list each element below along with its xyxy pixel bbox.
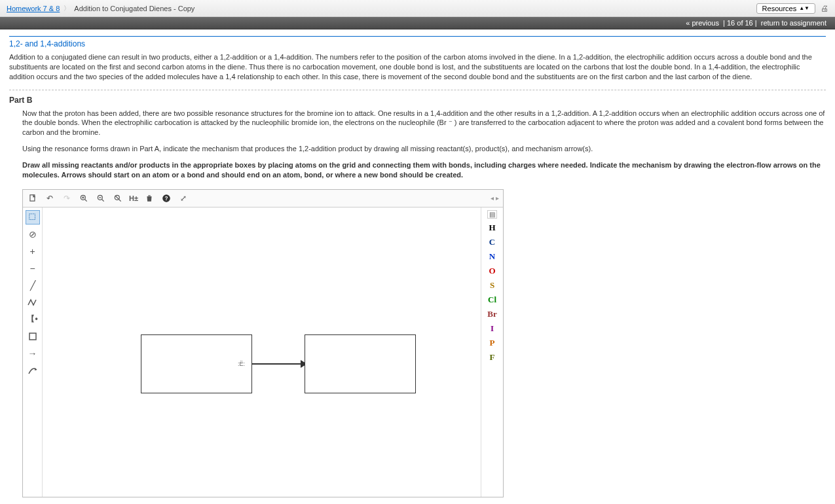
structure-editor: ↶ ↷ H± ? ⤢ ◂ ▸ — [22, 189, 504, 497]
select-tool[interactable] — [26, 210, 40, 225]
lone-pair-tool[interactable]: 【• — [26, 312, 40, 327]
svg-line-2 — [85, 199, 87, 201]
plus-charge-tool[interactable]: + — [26, 244, 40, 259]
dashed-divider — [9, 90, 826, 90]
h-toggle-button[interactable]: H± — [129, 192, 138, 204]
svg-line-9 — [119, 199, 121, 201]
element-c[interactable]: C — [485, 237, 500, 247]
zoom-out-icon[interactable] — [95, 192, 107, 204]
nav-arrows-icon[interactable]: ◂ ▸ — [491, 194, 499, 202]
dropdown-icon: ▲▼ — [799, 5, 809, 11]
part-b-p2: Using the resonance forms drawn in Part … — [22, 144, 826, 154]
editor-toolbar: ↶ ↷ H± ? ⤢ ◂ ▸ — [23, 190, 503, 207]
reagent-glyph: :Ë: — [238, 361, 245, 367]
zoom-fit-icon[interactable] — [112, 192, 124, 204]
svg-line-10 — [116, 196, 119, 199]
previous-link[interactable]: « previous — [686, 19, 719, 27]
reaction-arrow-tool[interactable]: → — [26, 346, 40, 361]
resources-label: Resources — [762, 5, 797, 12]
reaction-arrow-line — [252, 363, 305, 365]
element-br[interactable]: Br — [485, 309, 500, 319]
breadcrumb-title: Addition to Conjugated Dienes - Copy — [74, 5, 195, 12]
svg-rect-13 — [29, 213, 35, 219]
sub-nav-bar: « previous | 16 of 16 | return to assign… — [0, 17, 835, 29]
print-icon[interactable]: 🖨 — [821, 4, 828, 13]
intro-text: Addition to a conjugated diene can resul… — [9, 52, 826, 82]
page-count: 16 of 16 — [727, 19, 753, 27]
svg-line-6 — [102, 199, 104, 201]
zoom-in-icon[interactable] — [78, 192, 90, 204]
fullscreen-icon[interactable]: ⤢ — [177, 192, 189, 204]
help-icon[interactable]: ? — [160, 192, 172, 204]
new-doc-icon[interactable] — [27, 192, 39, 204]
part-b-title: Part B — [9, 96, 826, 105]
part-b-instructions: Draw all missing reactants and/or produc… — [22, 160, 826, 180]
element-n[interactable]: N — [485, 251, 500, 262]
svg-text:?: ? — [164, 196, 168, 202]
trash-icon[interactable] — [143, 192, 155, 204]
eraser-tool[interactable]: ⊘ — [26, 227, 40, 242]
element-f[interactable]: F — [485, 352, 500, 363]
divider — [9, 36, 826, 37]
resources-button[interactable]: Resources ▲▼ — [756, 3, 815, 14]
element-toggle-icon[interactable]: ▤ — [487, 210, 497, 219]
editor-body: ⊘ + − ╱ 【• → :Ë: — [23, 207, 503, 497]
content-area: 1,2- and 1,4-additions Addition to a con… — [0, 29, 835, 504]
part-b-p1: Now that the proton has been added, ther… — [22, 109, 826, 138]
breadcrumb-link[interactable]: Homework 7 & 8 — [7, 5, 60, 12]
element-cl[interactable]: Cl — [485, 295, 500, 305]
undo-icon[interactable]: ↶ — [44, 192, 56, 204]
box-tool[interactable] — [26, 329, 40, 344]
return-link[interactable]: return to assignment — [761, 19, 826, 27]
element-o[interactable]: O — [485, 266, 500, 276]
element-palette: ▤ H C N O S Cl Br I P F — [481, 207, 503, 497]
product-box[interactable] — [305, 334, 416, 393]
element-p[interactable]: P — [485, 338, 500, 348]
reactant-box[interactable] — [141, 334, 252, 393]
breadcrumb-arrow-icon: 〉 — [64, 4, 70, 13]
top-bar: Homework 7 & 8 〉 Addition to Conjugated … — [0, 0, 835, 17]
minus-charge-tool[interactable]: − — [26, 261, 40, 276]
nav-separator: | — [755, 19, 759, 27]
section-title: 1,2- and 1,4-additions — [9, 39, 826, 48]
element-i[interactable]: I — [485, 323, 500, 334]
chain-tool[interactable] — [26, 295, 40, 310]
drawing-canvas[interactable]: :Ë: — [43, 207, 481, 497]
single-bond-tool[interactable]: ╱ — [26, 278, 40, 293]
curved-arrow-tool[interactable] — [26, 363, 40, 378]
element-h[interactable]: H — [485, 223, 500, 233]
svg-rect-14 — [29, 333, 36, 340]
redo-icon[interactable]: ↷ — [61, 192, 73, 204]
left-tool-palette: ⊘ + − ╱ 【• → — [23, 207, 43, 497]
element-s[interactable]: S — [485, 280, 500, 291]
